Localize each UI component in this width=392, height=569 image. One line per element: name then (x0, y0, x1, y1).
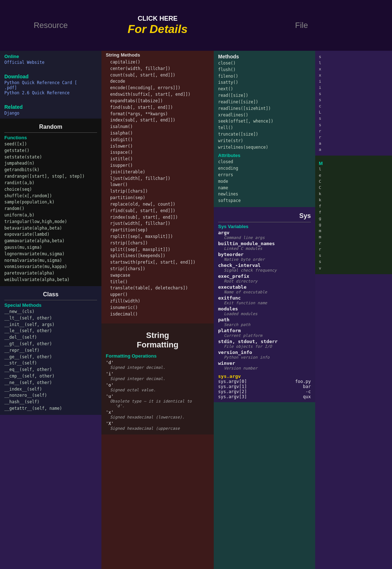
fmt-item-d: 'd' Signed integer decimal. (106, 360, 209, 370)
list-item: mode (218, 178, 311, 185)
related-django[interactable]: Django (4, 111, 97, 116)
list-item: sample(population,k) (4, 199, 97, 206)
col2-content: String Methods capitalize() center(width… (101, 51, 214, 569)
list-item: __repr__(self) (4, 347, 97, 354)
click-here-top[interactable]: CLICK HERE (138, 15, 178, 22)
fmt-code-d: 'd' (106, 360, 209, 365)
list-item: softspace (218, 198, 311, 204)
list-item: triangular(low,high,mode) (4, 219, 97, 225)
col4-subtitle: M (319, 161, 388, 166)
list-item: isspace() (110, 149, 205, 156)
list-item: __getattr__(self, name) (4, 405, 97, 412)
sys-var-platform: platform Current platform (218, 328, 311, 338)
list-item: encoding (218, 165, 311, 172)
header-resource: Resource (0, 0, 101, 51)
fmt-desc-x: Signed hexadecimal (lowercase). (106, 415, 209, 420)
list-item: uniform(a,b) (4, 212, 97, 219)
list-item: e (319, 172, 388, 178)
list-item: readlines([sizehint]) (218, 106, 311, 112)
list-item: normalvariate(mu,sigma) (4, 257, 97, 264)
resource-title: Resource (34, 21, 68, 30)
list-item: translate(table[, deletechars]) (110, 285, 205, 292)
list-item: setstate(state) (4, 154, 97, 161)
header-file: File (214, 0, 315, 51)
list-item: __le__(self, other) (4, 328, 97, 334)
list-item: lognormvariate(mu,sigma) (4, 251, 97, 257)
list-item: readline([size]) (218, 99, 311, 106)
list-item: isupper() (110, 162, 205, 169)
list-item: isdigit() (110, 137, 205, 143)
click-here-bottom[interactable]: For Details (128, 22, 187, 36)
list-item: isdecimal() (110, 311, 205, 318)
fmt-item-u: 'u' Obsolete type – it is identical to '… (106, 394, 209, 408)
fmt-desc-d: Signed integer decimal. (106, 365, 209, 370)
fmt-code-u: 'u' (106, 394, 209, 399)
list-item: expandtabs([tabsize]) (110, 98, 205, 104)
sys-var-builtin: builtin_module_names Linked C modules (218, 241, 311, 251)
list-item: partition(sep) (110, 195, 205, 201)
list-item: __str__(self) (4, 360, 97, 367)
list-item: startswith(prefix[, start[, end]]) (110, 259, 205, 266)
download-link-1[interactable]: Python Quick Reference Card [ (4, 80, 97, 85)
random-title: Random (4, 121, 97, 133)
list-item: r (319, 134, 388, 140)
list-item: betavariate(alpha,beta) (4, 225, 97, 232)
list-item: jumpahead(n) (4, 160, 97, 167)
fmt-item-o: 'o' Signed octal value. (106, 383, 209, 392)
list-item: shuffle(x[,random]) (4, 193, 97, 199)
list-item: count(sub[, start[, end]]) (110, 72, 205, 79)
list-item: g (319, 215, 388, 222)
col4-bottom-section: M l e C C k k f f g g m m r r s s v (315, 156, 392, 274)
list-item: flush() (218, 67, 311, 73)
string-formatting-section: StringFormatting Formatting Operations '… (101, 323, 214, 434)
list-item: __lt__(self, other) (4, 315, 97, 322)
list-item: ljust(width[, fillchar]) (110, 176, 205, 182)
list-item: a (319, 147, 388, 153)
sys-argv-row-2: sys.argv[2] -c (218, 389, 311, 394)
list-item: errors (218, 172, 311, 178)
list-item: x (319, 72, 388, 78)
header-click[interactable]: CLICK HERE For Details (101, 0, 214, 51)
official-website-link[interactable]: Official Website (4, 60, 97, 65)
online-section: Online Official Website (0, 51, 101, 68)
list-item: f (319, 209, 388, 215)
list-item: randrange([start], stop[, step]) (4, 173, 97, 180)
str-methods-list: capitalize() center(width, fillchar]) co… (106, 59, 209, 321)
list-item: i (319, 84, 388, 91)
list-item: center(width, fillchar]) (110, 66, 205, 72)
list-item: read([size]) (218, 92, 311, 99)
str-methods-header: String Methods (101, 51, 214, 59)
fmt-code-X: 'X' (106, 421, 209, 426)
list-item: k (319, 197, 388, 203)
list-item: m (319, 234, 388, 240)
list-item: expovariate(lambd) (4, 231, 97, 238)
list-item: truncate([size]) (218, 131, 311, 138)
fmt-item-X: 'X' Signed hexadecimal (uppercase (106, 421, 209, 431)
sys-argv-row-3: sys.argv[3] qux (218, 394, 311, 399)
list-item: newlines (218, 191, 311, 198)
fmt-item-x: 'x' Signed hexadecimal (lowercase). (106, 410, 209, 420)
download-link-3[interactable]: Python 2.6 Quick Reference (4, 90, 97, 95)
fmt-code-x: 'x' (106, 410, 209, 415)
list-item: splitlines([keepends]) (110, 253, 205, 259)
list-item: vonmisesvariate(mu,kappa) (4, 264, 97, 270)
download-link-2[interactable]: .pdf] (4, 85, 97, 90)
list-item: __new__(cls) (4, 309, 97, 315)
list-item: __del__(self) (4, 334, 97, 341)
list-item: rjust(width[, fillchar]) (110, 220, 205, 227)
functions-title: Functions (4, 135, 97, 140)
list-item: encode([encoding[, errors]]) (110, 85, 205, 91)
sys-var-exec-prefix: exec_prefix Root directory (218, 273, 311, 284)
list-item: v (319, 265, 388, 271)
list-item: isalnum() (110, 124, 205, 130)
list-item: gammavariate(alpha,beta) (4, 238, 97, 244)
list-item: lstrip([chars]) (110, 188, 205, 195)
sys-argv-row-1: sys.argv[1] bar (218, 384, 311, 389)
list-item: lower() (110, 182, 205, 188)
fmt-code-i: 'i' (106, 371, 209, 376)
list-item: weibullvariate(alpha,beta) (4, 277, 97, 283)
download-section: Download Python Quick Reference Card [ .… (0, 68, 101, 98)
list-item: isnumeric() (110, 305, 205, 311)
list-item: format(*args, **kwargs) (110, 111, 205, 117)
string-formatting-title: StringFormatting (106, 327, 209, 352)
